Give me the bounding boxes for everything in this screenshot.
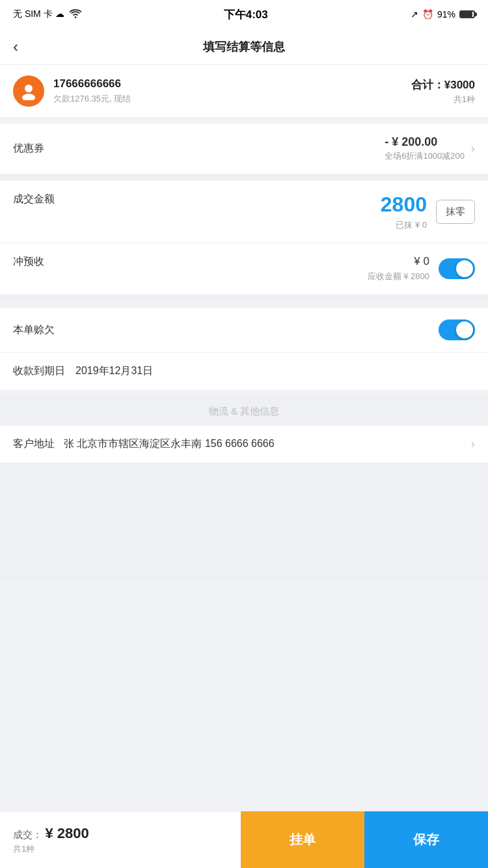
status-left: 无 SIM 卡 ☁: [13, 8, 81, 20]
customer-debt: 欠款1276.35元, 现结: [53, 93, 131, 105]
status-right: ↗ ⏰ 91%: [411, 9, 475, 20]
logistics-divider: 物流 & 其他信息: [0, 397, 488, 426]
status-bar: 无 SIM 卡 ☁ 下午4:03 ↗ ⏰ 91%: [0, 0, 488, 29]
bottom-bar: 成交： ¥ 2800 共1种 挂单 保存: [0, 811, 488, 868]
battery-icon: [459, 10, 475, 18]
coupon-amount: - ¥ 200.00: [385, 135, 465, 149]
debt-section: 本单赊欠: [0, 308, 488, 353]
avatar: [13, 75, 44, 107]
page-title: 填写结算等信息: [203, 39, 285, 55]
back-button[interactable]: ‹: [13, 38, 39, 56]
debt-toggle-knob: [456, 321, 473, 338]
address-label: 客户地址: [13, 437, 55, 451]
save-button[interactable]: 保存: [364, 811, 488, 869]
debt-label: 本单赊欠: [13, 323, 55, 337]
total-amount: 合计：¥3000: [411, 77, 475, 92]
customer-phone: 17666666666: [53, 77, 131, 90]
deal-amount-label: 成交金额: [13, 193, 55, 206]
nav-bar: ‹ 填写结算等信息: [0, 29, 488, 65]
sim-label: 无 SIM 卡 ☁: [13, 8, 64, 20]
round-button[interactable]: 抹零: [436, 200, 475, 224]
main-content: 17666666666 欠款1276.35元, 现结 合计：¥3000 共1种 …: [0, 65, 488, 658]
coupon-chevron-icon: ›: [471, 142, 475, 156]
prepay-section: 冲预收 ¥ 0 应收金额 ¥ 2800: [0, 243, 488, 295]
address-value: 张 北京市市辖区海淀区永丰南 156 6666 6666: [64, 437, 462, 451]
prepay-amount: ¥ 0: [368, 255, 429, 268]
section-divider-1: [0, 174, 488, 181]
location-icon: ↗: [411, 9, 418, 20]
hold-button[interactable]: 挂单: [241, 811, 364, 869]
prepay-receivable: 应收金额 ¥ 2800: [368, 271, 429, 282]
svg-point-1: [22, 94, 35, 100]
section-divider-2: [0, 295, 488, 301]
bottom-deal-label: 成交：: [13, 829, 42, 840]
duedate-label: 收款到期日: [13, 364, 65, 378]
prepay-toggle[interactable]: [439, 258, 475, 279]
address-chevron-icon: ›: [471, 437, 475, 451]
customer-card: 17666666666 欠款1276.35元, 现结 合计：¥3000 共1种: [0, 65, 488, 117]
duedate-section: 收款到期日 2019年12月31日: [0, 353, 488, 390]
bottom-deal-count: 共1种: [13, 843, 228, 855]
toggle-knob: [456, 260, 473, 277]
gray-bg: [0, 463, 488, 580]
debt-toggle[interactable]: [439, 319, 475, 340]
prepay-label: 冲预收: [13, 255, 44, 269]
coupon-label: 优惠券: [13, 142, 44, 156]
coupon-desc: 全场6折满1000减200: [385, 150, 465, 162]
svg-point-0: [25, 85, 33, 92]
alarm-icon: ⏰: [422, 9, 433, 20]
logistics-label: 物流 & 其他信息: [209, 405, 279, 418]
status-time: 下午4:03: [224, 7, 268, 22]
total-count: 共1种: [411, 94, 475, 105]
wifi-icon: [70, 9, 81, 20]
duedate-value: 2019年12月31日: [75, 364, 153, 378]
deal-amount-value: 2800: [381, 193, 427, 217]
deal-amount-section: 成交金额 2800 已抹 ¥ 0 抹零: [0, 181, 488, 243]
address-section[interactable]: 客户地址 张 北京市市辖区海淀区永丰南 156 6666 6666 ›: [0, 426, 488, 463]
battery-percent: 91%: [437, 9, 455, 20]
bottom-deal-amount: ¥ 2800: [45, 825, 88, 841]
coupon-row[interactable]: 优惠券 - ¥ 200.00 全场6折满1000减200 ›: [0, 124, 488, 174]
deal-rubbed: 已抹 ¥ 0: [381, 219, 427, 231]
